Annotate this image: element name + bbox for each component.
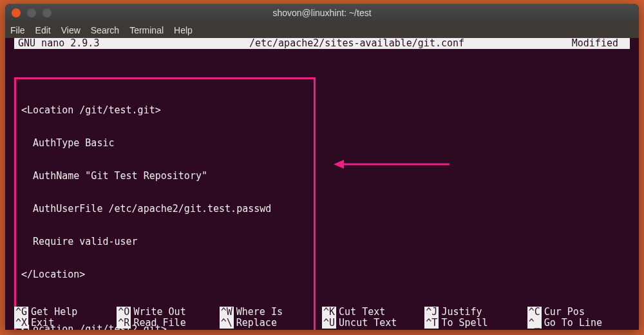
menu-help[interactable]: Help: [174, 25, 193, 35]
nano-footer: ^GGet Help ^OWrite Out ^WWhere Is ^KCut …: [5, 307, 639, 330]
menu-view[interactable]: View: [61, 25, 80, 35]
code-line: Require valid-user: [17, 236, 312, 247]
shortcut-get-help[interactable]: ^GGet Help: [14, 307, 117, 318]
shortcut-read-file[interactable]: ^RRead File: [117, 318, 219, 329]
shortcut-cut-text[interactable]: ^KCut Text: [322, 307, 424, 318]
shortcut-go-to-line[interactable]: ^_Go To Line: [527, 318, 630, 329]
code-line: AuthType Basic: [17, 138, 312, 149]
shortcut-write-out[interactable]: ^OWrite Out: [117, 307, 219, 318]
key-label: ^U: [322, 318, 336, 329]
shortcut-exit[interactable]: ^XExit: [14, 318, 117, 329]
shortcut-replace[interactable]: ^\Replace: [220, 318, 322, 329]
shortcut-label: Replace: [236, 318, 277, 329]
shortcut-label: Where Is: [236, 307, 283, 318]
key-label: ^K: [322, 307, 336, 318]
menu-search[interactable]: Search: [91, 25, 119, 35]
menu-file[interactable]: File: [10, 25, 25, 35]
shortcut-cur-pos[interactable]: ^CCur Pos: [527, 307, 630, 318]
annotation-arrow: [334, 158, 450, 171]
editor-body[interactable]: <Location /git/test.git> AuthType Basic …: [5, 49, 639, 330]
key-label: ^W: [220, 307, 234, 318]
menu-edit[interactable]: Edit: [35, 25, 51, 35]
shortcut-label: Cut Text: [339, 307, 385, 318]
highlight-box: <Location /git/test.git> AuthType Basic …: [14, 77, 316, 330]
nano-header: GNU nano 2.9.3 /etc/apache2/sites-availa…: [14, 38, 630, 49]
code-line: AuthUserFile /etc/apache2/git.test.passw…: [17, 204, 312, 215]
nano-version: GNU nano 2.9.3: [18, 38, 173, 49]
shortcut-label: Read File: [133, 318, 185, 329]
shortcut-label: Justify: [441, 307, 482, 318]
svg-marker-1: [334, 160, 344, 169]
shortcut-label: Uncut Text: [339, 318, 397, 329]
key-label: ^G: [14, 307, 28, 318]
window-controls: [12, 8, 52, 17]
shortcut-uncut-text[interactable]: ^UUncut Text: [322, 318, 424, 329]
terminal-area[interactable]: GNU nano 2.9.3 /etc/apache2/sites-availa…: [5, 38, 639, 330]
shortcut-label: Exit: [31, 318, 54, 329]
nano-status: Modified: [541, 38, 618, 49]
code-line: </Location>: [17, 269, 312, 280]
key-label: ^C: [527, 307, 542, 318]
key-label: ^O: [117, 307, 131, 318]
footer-row-1: ^GGet Help ^OWrite Out ^WWhere Is ^KCut …: [14, 307, 630, 318]
minimize-icon[interactable]: [27, 8, 36, 17]
shortcut-justify[interactable]: ^JJustify: [424, 307, 527, 318]
shortcut-label: Get Help: [31, 307, 77, 318]
close-icon[interactable]: [12, 8, 21, 17]
footer-row-2: ^XExit ^RRead File ^\Replace ^UUncut Tex…: [14, 318, 630, 329]
shortcut-to-spell[interactable]: ^TTo Spell: [424, 318, 527, 329]
shortcut-label: Write Out: [133, 307, 185, 318]
shortcut-where-is[interactable]: ^WWhere Is: [220, 307, 322, 318]
key-label: ^T: [424, 318, 439, 329]
key-label: ^X: [14, 318, 28, 329]
menu-terminal[interactable]: Terminal: [129, 25, 164, 35]
menubar: File Edit View Search Terminal Help: [5, 22, 639, 38]
terminal-window: shovon@linuxhint: ~/test File Edit View …: [5, 4, 639, 330]
maximize-icon[interactable]: [43, 8, 52, 17]
shortcut-label: Cur Pos: [544, 307, 585, 318]
key-label: ^R: [117, 318, 131, 329]
key-label: ^_: [527, 318, 542, 329]
key-label: ^\: [220, 318, 234, 329]
shortcut-label: Go To Line: [544, 318, 602, 329]
window-titlebar[interactable]: shovon@linuxhint: ~/test: [5, 4, 639, 22]
nano-filepath: /etc/apache2/sites-available/git.conf: [173, 38, 541, 49]
code-line: <Location /git/test.git>: [17, 105, 312, 116]
window-title: shovon@linuxhint: ~/test: [5, 8, 639, 18]
key-label: ^J: [424, 307, 439, 318]
code-line: AuthName "Git Test Repository": [17, 171, 312, 182]
shortcut-label: To Spell: [441, 318, 488, 329]
